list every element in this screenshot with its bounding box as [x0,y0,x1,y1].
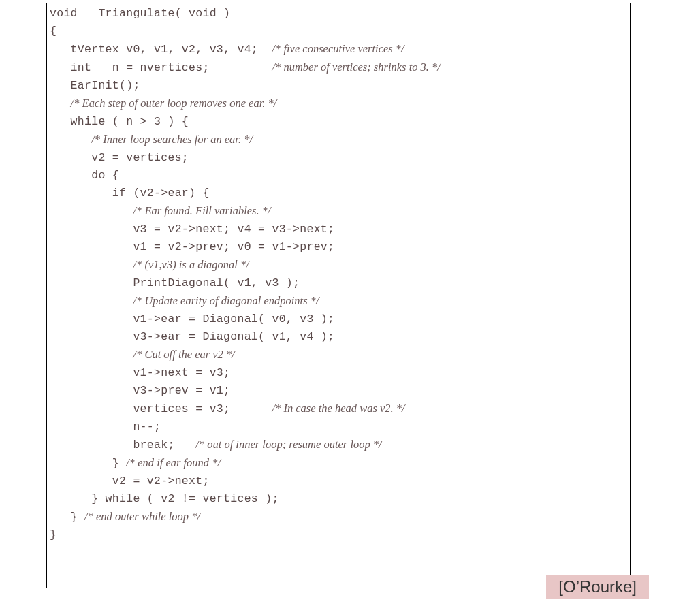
code-text: } [50,528,57,541]
code-text: void Triangulate( void ) [50,7,230,20]
code-line: v1->next = v3; [50,364,627,382]
code-line: EarInit(); [50,77,627,95]
code-line: { [50,22,627,40]
code-comment: /* Each step of outer loop removes one e… [71,97,277,110]
code-line: void Triangulate( void ) [50,5,627,22]
code-text: PrintDiagonal( v1, v3 ); [50,276,300,289]
code-text: v1->ear = Diagonal( v0, v3 ); [50,313,334,325]
code-text [50,205,133,218]
code-line: } while ( v2 != vertices ); [50,490,627,508]
code-text: v3->prev = v1; [50,384,230,397]
code-text: v3 = v2->next; v4 = v3->next; [50,223,334,236]
code-text: if (v2->ear) { [50,187,210,200]
code-comment: /* out of inner loop; resume outer loop … [195,438,381,451]
code-text: { [50,25,57,37]
code-line: v1 = v2->prev; v0 = v1->prev; [50,238,627,256]
code-text [50,349,133,362]
code-line: v2 = v2->next; [50,473,627,490]
code-comment: /* end outer while loop */ [84,510,200,523]
code-comment: /* Update earity of diagonal endpoints *… [133,294,319,307]
code-line: } /* end outer while loop */ [50,508,627,526]
code-line: int n = nvertices; /* number of vertices… [50,59,627,77]
code-line: } /* end if ear found */ [50,454,627,473]
code-line: break; /* out of inner loop; resume oute… [50,436,627,454]
code-line: tVertex v0, v1, v2, v3, v4; /* five cons… [50,40,627,59]
code-comment: /* Ear found. Fill variables. */ [133,204,270,217]
code-text: do { [50,169,119,182]
code-text: } [50,511,84,524]
code-text: v3->ear = Diagonal( v1, v4 ); [50,330,334,343]
code-text: } [50,457,126,470]
code-line: /* Each step of outer loop removes one e… [50,95,627,113]
code-text: tVertex v0, v1, v2, v3, v4; [50,43,272,56]
citation-label: [O’Rourke] [546,575,649,599]
code-text: while ( n > 3 ) { [50,115,189,128]
code-comment: /* In case the head was v2. */ [272,402,404,415]
code-text: v1 = v2->prev; v0 = v1->prev; [50,240,334,253]
code-line: if (v2->ear) { [50,185,627,202]
code-line: do { [50,167,627,185]
code-comment: /* five consecutive vertices */ [272,42,404,55]
code-text: break; [50,438,195,451]
code-line: vertices = v3; /* In case the head was v… [50,400,627,418]
code-line: v2 = vertices; [50,149,627,167]
code-text [50,259,133,272]
code-comment: /* (v1,v3) is a diagonal */ [133,258,249,271]
code-text: int n = nvertices; [50,61,272,74]
code-line: /* Update earity of diagonal endpoints *… [50,292,627,310]
code-line: n--; [50,418,627,436]
code-line: /* Inner loop searches for an ear. */ [50,131,627,149]
code-text: n--; [50,420,161,433]
code-line: /* Cut off the ear v2 */ [50,346,627,364]
code-line: /* Ear found. Fill variables. */ [50,202,627,221]
code-line: while ( n > 3 ) { [50,113,627,131]
code-text: } while ( v2 != vertices ); [50,492,279,505]
code-listing-box: void Triangulate( void ) { tVertex v0, v… [46,3,631,588]
code-text [50,295,133,308]
code-line: } [50,526,627,544]
code-comment: /* end if ear found */ [126,456,221,469]
code-text: v2 = vertices; [50,151,189,164]
code-line: /* (v1,v3) is a diagonal */ [50,256,627,274]
code-text: vertices = v3; [50,402,272,415]
code-comment: /* Cut off the ear v2 */ [133,348,234,361]
code-text [50,97,71,110]
code-line: v3->prev = v1; [50,382,627,400]
code-line: v1->ear = Diagonal( v0, v3 ); [50,310,627,328]
code-text: v2 = v2->next; [50,475,210,488]
code-text [50,133,91,146]
code-line: v3 = v2->next; v4 = v3->next; [50,221,627,238]
code-comment: /* number of vertices; shrinks to 3. */ [272,61,440,74]
code-line: v3->ear = Diagonal( v1, v4 ); [50,328,627,346]
code-text: EarInit(); [50,79,140,92]
code-line: PrintDiagonal( v1, v3 ); [50,274,627,292]
code-comment: /* Inner loop searches for an ear. */ [91,133,253,146]
code-text: v1->next = v3; [50,366,230,379]
